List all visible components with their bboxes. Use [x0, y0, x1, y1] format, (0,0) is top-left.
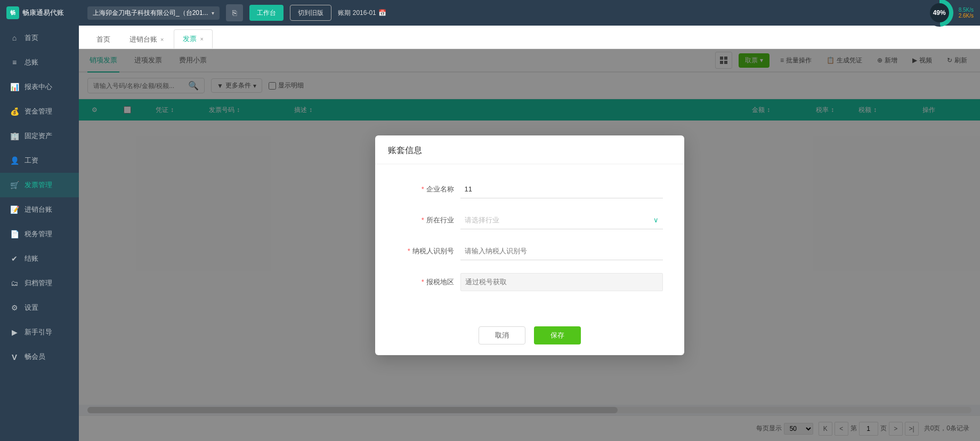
sidebar: ⌂ 首页 ≡ 总账 📊 报表中心 💰 资金管理 🏢 固定资产 👤 工资 🛒 发票… — [0, 26, 79, 441]
sidebar-item-fixed[interactable]: 🏢 固定资产 — [0, 124, 79, 148]
company-name-input[interactable] — [460, 180, 663, 198]
sidebar-item-archive[interactable]: 🗂 归档管理 — [0, 271, 79, 295]
form-row-industry: * 所在行业 请选择行业 ∨ — [396, 211, 663, 229]
invoice-icon: 🛒 — [10, 181, 19, 189]
sidebar-item-invoice[interactable]: 🛒 发票管理 — [0, 173, 79, 197]
save-button[interactable]: 保存 — [534, 326, 581, 344]
cancel-button[interactable]: 取消 — [479, 326, 525, 344]
finance-icon: 💰 — [10, 107, 19, 116]
sidebar-item-guide[interactable]: ▶ 新手引导 — [0, 320, 79, 344]
sidebar-label-finance: 资金管理 — [25, 107, 52, 116]
sidebar-label-guide: 新手引导 — [25, 327, 52, 337]
tab-home-label: 首页 — [96, 35, 110, 44]
sidebar-label-ledger: 总账 — [25, 58, 38, 67]
archive-icon: 🗂 — [10, 279, 19, 287]
company-name-label: * 企业名称 — [396, 185, 460, 194]
salary-icon: 👤 — [10, 156, 19, 165]
settle-icon: ✔ — [10, 254, 19, 263]
industry-select[interactable]: 请选择行业 — [460, 216, 663, 224]
company-dropdown-arrow: ▾ — [212, 10, 214, 16]
logo-area: 畅 畅康通易代账 — [6, 6, 81, 19]
speed-percent: 49% — [930, 3, 949, 22]
guide-icon: ▶ — [10, 328, 19, 336]
copy-icon[interactable]: ⎘ — [226, 4, 243, 21]
company-name-label-text: 企业名称 — [426, 185, 454, 193]
tab-home[interactable]: 首页 — [87, 29, 119, 49]
modal-body: * 企业名称 * 所在行业 — [375, 164, 684, 320]
industry-select-wrap: 请选择行业 ∨ — [460, 211, 663, 229]
tab-bar: 首页 进销台账 × 发票 × — [79, 26, 980, 49]
form-row-tax-region: * 报税地区 — [396, 273, 663, 291]
industry-dropdown-arrow: ∨ — [653, 216, 659, 224]
sidebar-item-member[interactable]: V 畅会员 — [0, 344, 79, 369]
sidebar-label-purchase: 进销台账 — [25, 205, 52, 214]
tax-region-label-text: 报税地区 — [426, 278, 454, 286]
app-title: 畅康通易代账 — [22, 8, 64, 18]
speed-circle: 49% — [926, 0, 953, 27]
speed-up: 8.5K/s — [959, 7, 974, 13]
tab-invoice-close[interactable]: × — [200, 36, 203, 42]
tax-id-label-text: 纳税人识别号 — [412, 247, 454, 255]
logo-icon: 畅 — [6, 6, 19, 19]
member-icon: V — [10, 352, 19, 362]
sidebar-item-salary[interactable]: 👤 工资 — [0, 148, 79, 173]
home-icon: ⌂ — [10, 34, 19, 42]
company-selector[interactable]: 上海卯金刀电子科技有限公司_（台201... ▾ — [87, 6, 220, 20]
tax-icon: 📄 — [10, 230, 19, 238]
sidebar-item-home[interactable]: ⌂ 首页 — [0, 26, 79, 50]
purchase-icon: 📝 — [10, 205, 19, 214]
sidebar-item-ledger[interactable]: ≡ 总账 — [0, 50, 79, 75]
sidebar-item-settings[interactable]: ⚙ 设置 — [0, 295, 79, 320]
sidebar-label-settle: 结账 — [25, 254, 38, 263]
sidebar-item-settle[interactable]: ✔ 结账 — [0, 246, 79, 271]
calendar-icon[interactable]: 📅 — [378, 9, 386, 17]
settings-icon: ⚙ — [10, 303, 19, 312]
speed-widget: 49% 8.5K/s 2.6K/s — [926, 0, 974, 27]
fixed-icon: 🏢 — [10, 132, 19, 140]
tax-region-label: * 报税地区 — [396, 277, 460, 287]
main-layout: ⌂ 首页 ≡ 总账 📊 报表中心 💰 资金管理 🏢 固定资产 👤 工资 🛒 发票… — [0, 26, 980, 441]
tab-purchase-label: 进销台账 — [129, 35, 157, 44]
sidebar-label-member: 畅会员 — [25, 352, 45, 362]
form-row-tax-id: * 纳税人识别号 — [396, 242, 663, 260]
speed-stats: 8.5K/s 2.6K/s — [959, 7, 974, 19]
company-name: 上海卯金刀电子科技有限公司_（台201... — [93, 9, 208, 18]
tax-region-input[interactable] — [460, 273, 663, 291]
workbench-button[interactable]: 工作台 — [249, 5, 284, 21]
modal-overlay: 账套信息 * 企业名称 — [79, 49, 980, 441]
sidebar-item-tax[interactable]: 📄 税务管理 — [0, 222, 79, 246]
content-area: 首页 进销台账 × 发票 × 销项发票 进项发票 费用 — [79, 26, 980, 441]
sidebar-label-invoice: 发票管理 — [25, 180, 52, 190]
sidebar-label-fixed: 固定资产 — [25, 131, 52, 141]
period-label: 账期 — [338, 9, 351, 18]
sidebar-label-tax: 税务管理 — [25, 229, 52, 239]
tab-purchase-close[interactable]: × — [160, 36, 164, 43]
sidebar-item-finance[interactable]: 💰 资金管理 — [0, 99, 79, 124]
period-value: 2016-01 — [353, 9, 376, 17]
speed-down: 2.6K/s — [959, 13, 974, 19]
sidebar-label-archive: 归档管理 — [25, 278, 52, 288]
modal-footer: 取消 保存 — [375, 320, 684, 355]
tax-id-input[interactable] — [460, 242, 663, 260]
modal-title: 账套信息 — [388, 146, 422, 155]
account-info-modal: 账套信息 * 企业名称 — [375, 135, 684, 355]
tax-id-label: * 纳税人识别号 — [396, 246, 460, 256]
industry-label: * 所在行业 — [396, 215, 460, 225]
header-right: 49% 8.5K/s 2.6K/s — [926, 0, 974, 27]
form-row-company-name: * 企业名称 — [396, 180, 663, 198]
tab-invoice[interactable]: 发票 × — [174, 29, 212, 49]
report-icon: 📊 — [10, 83, 19, 91]
sidebar-label-salary: 工资 — [25, 156, 38, 165]
sidebar-label-home: 首页 — [25, 33, 38, 43]
top-header: 畅 畅康通易代账 上海卯金刀电子科技有限公司_（台201... ▾ ⎘ 工作台 … — [0, 0, 980, 26]
modal-header: 账套信息 — [375, 135, 684, 164]
period-info: 账期 2016-01 📅 — [338, 9, 386, 18]
tab-invoice-label: 发票 — [183, 34, 197, 44]
sidebar-item-purchase[interactable]: 📝 进销台账 — [0, 197, 79, 222]
sidebar-label-settings: 设置 — [25, 303, 38, 312]
ledger-icon: ≡ — [10, 58, 19, 67]
old-version-button[interactable]: 切到旧版 — [290, 5, 331, 21]
industry-label-text: 所在行业 — [426, 216, 454, 224]
tab-purchase[interactable]: 进销台账 × — [120, 29, 173, 49]
sidebar-item-report[interactable]: 📊 报表中心 — [0, 75, 79, 99]
